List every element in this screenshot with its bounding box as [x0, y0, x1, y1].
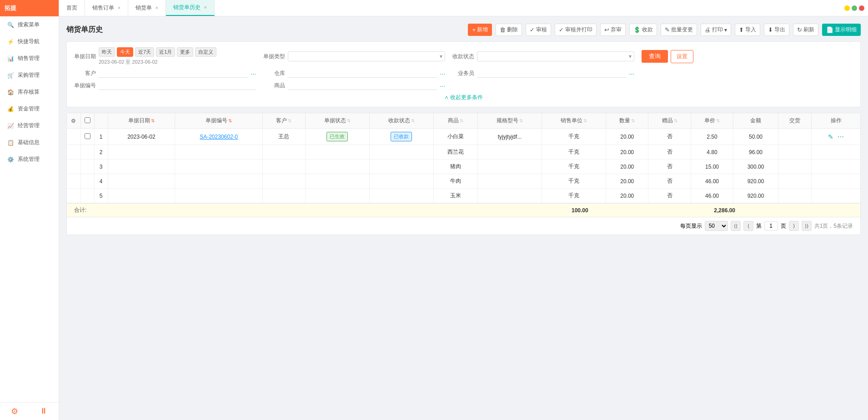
refresh-button[interactable]: ↻ 刷新	[793, 24, 818, 36]
sidebar-item-funds-mgmt[interactable]: 💰 资金管理	[0, 100, 59, 117]
sort-qty[interactable]: 数量 ⇅	[619, 117, 635, 125]
sidebar-item-basic-info[interactable]: 📋 基础信息	[0, 134, 59, 151]
date-custom-btn[interactable]: 自定义	[195, 47, 216, 57]
sidebar-item-search-menu[interactable]: 🔍 搜索菜单	[0, 16, 59, 33]
sidebar-item-inventory[interactable]: 🏠 库存核算	[0, 84, 59, 100]
set-button[interactable]: 设置	[671, 50, 693, 63]
sort-customer[interactable]: 客户 ⇅	[276, 117, 291, 125]
review-button[interactable]: ✓ 审核	[526, 24, 551, 36]
date-more-btn[interactable]: 更多	[177, 47, 193, 57]
collapse-btn[interactable]: ∧ 收起更多条件	[74, 94, 853, 101]
sort-gift[interactable]: 赠品 ⇅	[662, 117, 677, 125]
doc-type-select[interactable]	[288, 51, 445, 61]
tab-sales-order[interactable]: 销售订单 ×	[85, 0, 128, 16]
delete-button[interactable]: 🗑 删除	[496, 24, 522, 36]
doc-no-input[interactable]	[99, 81, 256, 90]
th-unit[interactable]: 销售单位 ⇅	[542, 113, 606, 129]
customer-input[interactable]	[99, 69, 248, 78]
print-dropdown-icon: ▾	[724, 27, 727, 33]
warehouse-input[interactable]	[288, 69, 437, 78]
sidebar-item-label: 资金管理	[18, 105, 40, 113]
tab-sales-history[interactable]: 销货单历史 ×	[166, 0, 215, 16]
tab-close-sales-history[interactable]: ×	[204, 5, 207, 10]
page-input[interactable]	[764, 221, 778, 230]
date-1month-btn[interactable]: 近1月	[156, 47, 175, 57]
sort-unit[interactable]: 销售单位 ⇅	[561, 117, 587, 125]
select-all-checkbox[interactable]	[85, 117, 90, 123]
sort-doc-no[interactable]: 单据编号 ⇅	[206, 117, 232, 125]
th-spec[interactable]: 规格型号 ⇅	[477, 113, 542, 129]
th-action: 操作	[812, 113, 860, 129]
th-doc-no[interactable]: 单据编号 ⇅	[175, 113, 263, 129]
th-price[interactable]: 单价 ⇅	[691, 113, 733, 129]
import-button[interactable]: ⬆ 导入	[735, 24, 760, 36]
row-more-icon[interactable]: ⋯	[838, 133, 844, 140]
th-customer[interactable]: 客户 ⇅	[263, 113, 305, 129]
doc-no-filter-group: 单据编号	[74, 81, 256, 90]
th-doc-date[interactable]: 单据日期 ⇅	[108, 113, 175, 129]
tab-close-sales-order[interactable]: ×	[118, 5, 120, 10]
abandon-button[interactable]: ↩ 弃审	[600, 24, 626, 36]
show-detail-button[interactable]: 📄 显示明细	[822, 24, 861, 36]
batch-change-button[interactable]: ✎ 批量变更	[661, 24, 697, 36]
sidebar-settings-icon[interactable]: ⚙	[11, 406, 18, 416]
goods-input[interactable]	[288, 81, 437, 90]
print-button[interactable]: 🖨 打印 ▾	[701, 24, 731, 36]
cell-trade	[778, 189, 812, 203]
cell-trade	[778, 129, 812, 145]
date-yesterday-btn[interactable]: 昨天	[99, 47, 115, 57]
collect-button[interactable]: 💲 收款	[629, 24, 657, 36]
date-7days-btn[interactable]: 近7天	[135, 47, 154, 57]
tab-close-sales-goods[interactable]: ×	[156, 5, 158, 10]
doc-no-link[interactable]: SA-20230602-0	[200, 134, 238, 140]
sort-collect-status[interactable]: 收款状态 ⇅	[388, 117, 415, 125]
warehouse-dots-btn[interactable]: ···	[440, 70, 445, 77]
sort-doc-date[interactable]: 单据日期 ⇅	[128, 117, 155, 125]
sidebar-item-sales-mgmt[interactable]: 📊 销售管理	[0, 50, 59, 67]
sidebar-pause-icon[interactable]: ⏸	[40, 406, 48, 416]
add-button[interactable]: + 新增	[468, 24, 492, 36]
customer-dots-btn[interactable]: ···	[251, 70, 256, 77]
th-gift[interactable]: 赠品 ⇅	[648, 113, 691, 129]
th-doc-status[interactable]: 单据状态 ⇅	[305, 113, 369, 129]
goods-dots-btn[interactable]: ···	[440, 82, 445, 90]
cell-seq: 3	[94, 160, 108, 174]
per-page-select[interactable]: 50 100	[705, 221, 728, 231]
cell-collect-status	[369, 145, 433, 160]
sort-doc-status[interactable]: 单据状态 ⇅	[324, 117, 351, 125]
sort-goods[interactable]: 商品 ⇅	[448, 117, 463, 125]
sidebar-item-ops-mgmt[interactable]: 📈 经营管理	[0, 117, 59, 134]
next-page-btn[interactable]: ⟩	[789, 221, 799, 231]
th-qty[interactable]: 数量 ⇅	[606, 113, 648, 129]
tab-home[interactable]: 首页	[59, 0, 85, 16]
tab-sales-goods[interactable]: 销货单 ×	[128, 0, 166, 16]
minimize-btn[interactable]	[844, 5, 850, 11]
sort-spec[interactable]: 规格型号 ⇅	[497, 117, 523, 125]
query-button[interactable]: 查询	[642, 50, 668, 63]
export-button[interactable]: ⬇ 导出	[764, 24, 789, 36]
review-print-button[interactable]: ✓ 审核并打印	[555, 24, 597, 36]
salesman-dots-btn[interactable]: ···	[629, 70, 634, 77]
row-edit-icon[interactable]: ✎	[828, 133, 833, 140]
cell-price: 15.00	[691, 160, 733, 174]
collect-status-select[interactable]	[477, 51, 634, 61]
sort-price[interactable]: 单价 ⇅	[704, 117, 720, 125]
last-page-btn[interactable]: ⟩⟩	[802, 221, 812, 231]
summary-label: 合计:	[74, 206, 101, 214]
sidebar-item-sys-mgmt[interactable]: ⚙️ 系统管理	[0, 151, 59, 168]
row-checkbox[interactable]	[85, 133, 90, 139]
date-today-btn[interactable]: 今天	[117, 47, 133, 57]
th-goods[interactable]: 商品 ⇅	[433, 113, 477, 129]
salesman-input[interactable]	[477, 69, 626, 78]
maximize-btn[interactable]	[852, 5, 857, 11]
cell-seq: 2	[94, 145, 108, 160]
th-collect-status[interactable]: 收款状态 ⇅	[369, 113, 433, 129]
th-gear[interactable]: ⚙	[67, 113, 80, 129]
close-btn[interactable]	[859, 5, 864, 11]
first-page-btn[interactable]: ⟨⟨	[731, 221, 741, 231]
prev-page-btn[interactable]: ⟨	[743, 221, 753, 231]
cell-unit: 千克	[542, 145, 606, 160]
warehouse-filter-group: 仓库 ···	[263, 69, 445, 78]
sidebar-item-purchase-mgmt[interactable]: 🛒 采购管理	[0, 67, 59, 84]
sidebar-item-quick-nav[interactable]: ⚡ 快捷导航	[0, 33, 59, 50]
